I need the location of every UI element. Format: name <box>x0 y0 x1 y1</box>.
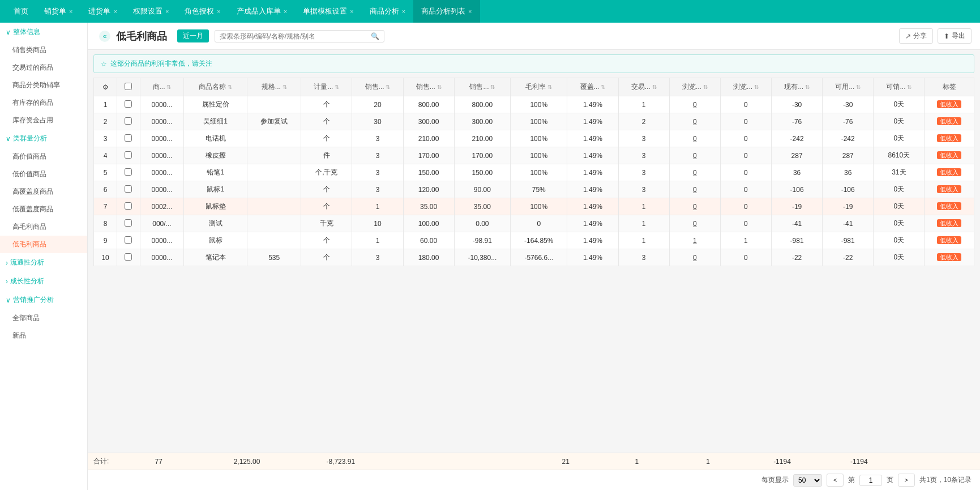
row-v7[interactable]: 0 <box>669 181 720 198</box>
nav-role-auth[interactable]: 角色授权× <box>177 0 228 23</box>
sidebar-collapse-button[interactable]: « <box>99 31 110 42</box>
row-v7[interactable]: 1 <box>669 232 720 249</box>
row-checkbox[interactable] <box>117 232 140 249</box>
row-check[interactable] <box>125 117 132 125</box>
nav-product-analysis[interactable]: 商品分析× <box>362 0 413 23</box>
row-check[interactable] <box>125 219 132 227</box>
nav-sales[interactable]: 销货单× <box>36 0 80 23</box>
row-check[interactable] <box>125 202 132 210</box>
th-sellable-stock[interactable]: 可销... <box>874 78 925 96</box>
sidebar-group-cluster[interactable]: ∨ 类群量分析 <box>0 129 87 148</box>
th-settings[interactable]: ⚙ <box>94 78 117 96</box>
row-code: 0000... <box>140 181 184 198</box>
row-spec <box>247 232 301 249</box>
row-v7[interactable]: 0 <box>669 130 720 147</box>
row-check[interactable] <box>125 253 132 261</box>
row-checkbox[interactable] <box>117 215 140 232</box>
th-checkbox[interactable] <box>117 78 140 96</box>
sidebar-group-overall[interactable]: ∨ 整体信息 <box>0 23 87 41</box>
th-available-stock[interactable]: 可用... <box>823 78 874 96</box>
row-v7[interactable]: 0 <box>669 164 720 181</box>
row-checkbox[interactable] <box>117 130 140 147</box>
row-checkbox[interactable] <box>117 249 140 266</box>
row-check[interactable] <box>125 185 132 193</box>
sidebar-item-inventory-capital[interactable]: 库存资金占用 <box>0 112 87 129</box>
row-check[interactable] <box>125 168 132 176</box>
select-all-checkbox[interactable] <box>125 83 132 90</box>
nav-permissions[interactable]: 权限设置× <box>125 0 177 23</box>
th-sales3[interactable]: 销售... <box>454 78 510 96</box>
sidebar-item-high-value[interactable]: 高价值商品 <box>0 148 87 165</box>
row-v5: 1.49% <box>567 198 618 215</box>
sidebar-item-low-value[interactable]: 低价值商品 <box>0 165 87 183</box>
sidebar-item-low-margin[interactable]: 低毛利商品 <box>0 236 87 253</box>
sidebar-item-high-margin[interactable]: 高毛利商品 <box>0 218 87 236</box>
row-check[interactable] <box>125 236 132 244</box>
row-v7[interactable]: 0 <box>669 198 720 215</box>
page-number-input[interactable] <box>859 475 882 486</box>
nav-permissions-close[interactable]: × <box>165 8 169 15</box>
th-browse2[interactable]: 浏览... <box>720 78 771 96</box>
row-v7[interactable]: 0 <box>669 147 720 164</box>
th-code[interactable]: 商... <box>140 78 184 96</box>
row-checkbox[interactable] <box>117 113 140 130</box>
row-code: 000/... <box>140 215 184 232</box>
sidebar-group-growth[interactable]: › 成长性分析 <box>0 272 87 291</box>
th-spec[interactable]: 规格... <box>247 78 301 96</box>
nav-template-close[interactable]: × <box>350 8 353 15</box>
sidebar-item-traded-goods[interactable]: 交易过的商品 <box>0 59 87 76</box>
nav-product-warehouse[interactable]: 产成品入库单× <box>229 0 295 23</box>
sidebar-item-all-goods[interactable]: 全部商品 <box>0 309 87 327</box>
page-size-select[interactable]: 50 100 200 <box>793 474 822 487</box>
th-browse1[interactable]: 浏览... <box>669 78 720 96</box>
row-checkbox[interactable] <box>117 164 140 181</box>
th-unit[interactable]: 计量... <box>301 78 352 96</box>
nav-product-analysis-list-close[interactable]: × <box>468 8 472 15</box>
nav-template-settings[interactable]: 单据模板设置× <box>295 0 361 23</box>
prev-page-button[interactable]: ＜ <box>827 474 844 487</box>
row-checkbox[interactable] <box>117 96 140 113</box>
sidebar-group-liquidity[interactable]: › 流通性分析 <box>0 253 87 272</box>
search-input[interactable] <box>220 32 368 40</box>
date-filter-button[interactable]: 近一月 <box>177 29 209 42</box>
sidebar-item-category-rate[interactable]: 商品分类助销率 <box>0 76 87 94</box>
nav-product-warehouse-close[interactable]: × <box>284 8 287 15</box>
row-v7[interactable]: 0 <box>669 96 720 113</box>
nav-role-auth-close[interactable]: × <box>217 8 220 15</box>
th-current-stock[interactable]: 现有... <box>772 78 823 96</box>
row-check[interactable] <box>125 151 132 159</box>
th-sales1[interactable]: 销售... <box>352 78 403 96</box>
row-v7[interactable]: 0 <box>669 215 720 232</box>
sidebar-item-low-coverage[interactable]: 低覆盖度商品 <box>0 201 87 218</box>
th-name[interactable]: 商品名称 <box>184 78 247 96</box>
row-check[interactable] <box>125 100 132 108</box>
share-button[interactable]: ↗ 分享 <box>899 28 933 44</box>
sidebar-group-marketing[interactable]: ∨ 营销推广分析 <box>0 291 87 309</box>
nav-purchase[interactable]: 进货单× <box>80 0 125 23</box>
th-trade[interactable]: 交易... <box>618 78 669 96</box>
th-coverage[interactable]: 覆盖... <box>567 78 618 96</box>
row-check[interactable] <box>125 134 132 142</box>
nav-purchase-close[interactable]: × <box>113 8 117 15</box>
row-checkbox[interactable] <box>117 147 140 164</box>
next-page-button[interactable]: ＞ <box>898 474 915 487</box>
nav-sales-close[interactable]: × <box>69 8 72 15</box>
nav-home[interactable]: 首页 <box>6 0 36 23</box>
sidebar-item-inventory-goods[interactable]: 有库存的商品 <box>0 94 87 112</box>
export-button[interactable]: ⬆ 导出 <box>938 28 972 44</box>
th-sales2[interactable]: 销售... <box>403 78 454 96</box>
nav-product-analysis-list[interactable]: 商品分析列表× <box>413 0 480 23</box>
th-tag[interactable]: 标签 <box>925 78 974 96</box>
footer-v8: 1 <box>691 458 725 466</box>
th-margin-rate[interactable]: 毛利率 <box>511 78 567 96</box>
row-checkbox[interactable] <box>117 198 140 215</box>
row-checkbox[interactable] <box>117 181 140 198</box>
sidebar-item-new-goods[interactable]: 新品 <box>0 327 87 344</box>
sidebar-item-high-coverage[interactable]: 高覆盖度商品 <box>0 183 87 201</box>
search-icon[interactable]: 🔍 <box>371 32 379 40</box>
sidebar-item-sales-goods[interactable]: 销售类商品 <box>0 41 87 59</box>
tag-badge: 低收入 <box>937 134 961 142</box>
row-v7[interactable]: 0 <box>669 249 720 266</box>
nav-product-analysis-close[interactable]: × <box>402 8 405 15</box>
row-v7[interactable]: 0 <box>669 113 720 130</box>
